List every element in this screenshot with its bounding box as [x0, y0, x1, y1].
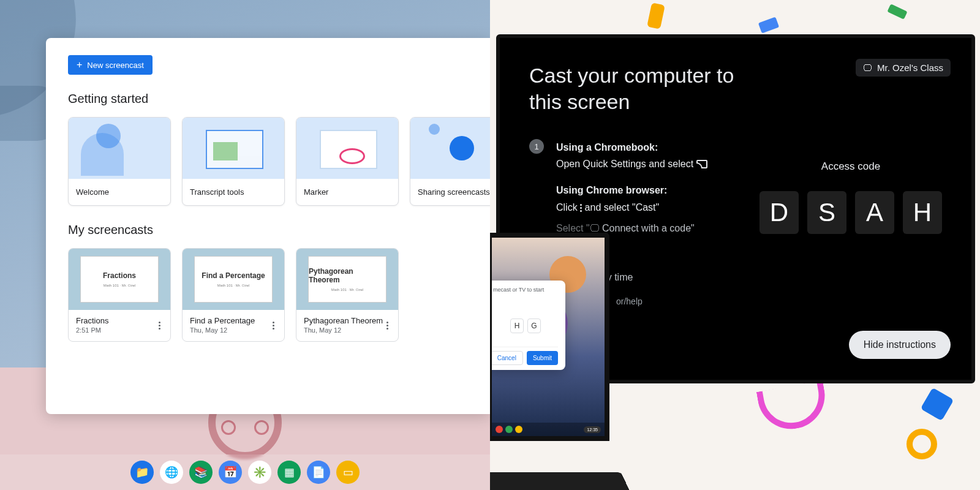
cast-icon [696, 160, 707, 168]
cancel-button[interactable]: Cancel [491, 351, 523, 365]
kebab-icon[interactable] [152, 318, 167, 333]
thumbnail: FractionsMath 101 · Mr. Ozel [69, 249, 170, 310]
slides-app-icon[interactable]: ▭ [336, 461, 360, 484]
card-date: Thu, May 12 [304, 326, 391, 334]
shelf-app-icon[interactable] [496, 426, 503, 433]
card-title: Pythagorean Theorem [304, 316, 391, 325]
connect-code-dialog: mecast or TV to start H G Cancel Submit [490, 281, 565, 370]
calendar-app-icon[interactable]: 📅 [219, 461, 242, 484]
my-screencasts-heading: My screencasts [68, 223, 490, 237]
kebab-icon[interactable] [380, 318, 394, 333]
hide-instructions-button[interactable]: Hide instructions [849, 331, 951, 359]
shelf-clock[interactable]: 12:35 [584, 426, 601, 433]
code-input-chips[interactable]: H G [493, 318, 558, 333]
card-title: Find a Percentage [190, 316, 277, 325]
card-illustration [410, 118, 490, 179]
card-transcript-tools[interactable]: Transcript tools [182, 117, 285, 206]
shelf-app-icon[interactable] [515, 426, 522, 433]
access-code: D S A H [760, 191, 942, 234]
chrome-app-icon[interactable]: 🌐 [160, 461, 183, 484]
submit-button[interactable]: Submit [527, 351, 558, 365]
card-illustration [69, 118, 170, 179]
shelf-app-icon[interactable] [505, 426, 513, 433]
screencast-card[interactable]: FractionsMath 101 · Mr. Ozel Fractions2:… [68, 248, 171, 342]
card-marker[interactable]: Marker [296, 117, 399, 206]
access-code-panel: Access code D S A H [760, 160, 942, 234]
cast-title: Cast your computer to this screen [529, 62, 750, 115]
screen-icon: 🖵 [863, 62, 872, 73]
classroom-app-icon[interactable]: 📚 [189, 461, 213, 484]
screencast-desktop: + New screencast Getting started Welcome… [0, 0, 490, 490]
card-welcome[interactable]: Welcome [68, 117, 171, 206]
files-app-icon[interactable]: 📁 [130, 461, 154, 484]
card-date: Thu, May 12 [190, 326, 277, 334]
new-screencast-label: New screencast [87, 61, 143, 70]
card-date: 2:51 PM [76, 326, 163, 334]
my-screencasts-row: FractionsMath 101 · Mr. Ozel Fractions2:… [68, 248, 490, 342]
thumbnail: Pythagorean TheoremMath 101 · Mr. Ozel [296, 249, 398, 310]
vertical-dots-icon [580, 204, 582, 212]
kebab-icon[interactable] [266, 318, 281, 333]
plus-icon: + [77, 60, 82, 70]
laptop-screen: mecast or TV to start H G Cancel Submit … [490, 233, 609, 441]
new-screencast-button[interactable]: + New screencast [68, 55, 153, 75]
access-code-label: Access code [760, 160, 942, 173]
card-illustration [296, 118, 398, 179]
laptop-keyboard [490, 472, 636, 490]
screencast-window: + New screencast Getting started Welcome… [46, 38, 490, 414]
sheets-app-icon[interactable]: ▦ [277, 461, 301, 484]
card-title: Fractions [76, 316, 163, 325]
thumbnail: Find a PercentageMath 101 · Mr. Ozel [183, 249, 284, 310]
laptop-device: mecast or TV to start H G Cancel Submit … [490, 233, 628, 490]
class-name-chip: 🖵 Mr. Ozel's Class [856, 59, 951, 77]
step-number: 1 [529, 139, 544, 154]
screencast-card[interactable]: Find a PercentageMath 101 · Mr. Ozel Fin… [182, 248, 285, 342]
cast-moderator-scene: 🖵 Mr. Ozel's Class Cast your computer to… [490, 0, 980, 490]
dialog-hint: mecast or TV to start [493, 287, 558, 294]
docs-app-icon[interactable]: 📄 [307, 461, 330, 484]
card-illustration [183, 118, 284, 179]
wallpaper-deco [221, 420, 269, 435]
photos-app-icon[interactable]: ✳️ [248, 461, 271, 484]
getting-started-heading: Getting started [68, 92, 490, 106]
chromeos-shelf: 📁 🌐 📚 📅 ✳️ ▦ 📄 ▭ [0, 454, 490, 490]
laptop-shelf: 12:35 [492, 423, 605, 436]
screencast-card[interactable]: Pythagorean TheoremMath 101 · Mr. Ozel P… [296, 248, 399, 342]
card-sharing[interactable]: Sharing screencasts [410, 117, 490, 206]
getting-started-row: Welcome Transcript tools Marker Sharing … [68, 117, 490, 206]
